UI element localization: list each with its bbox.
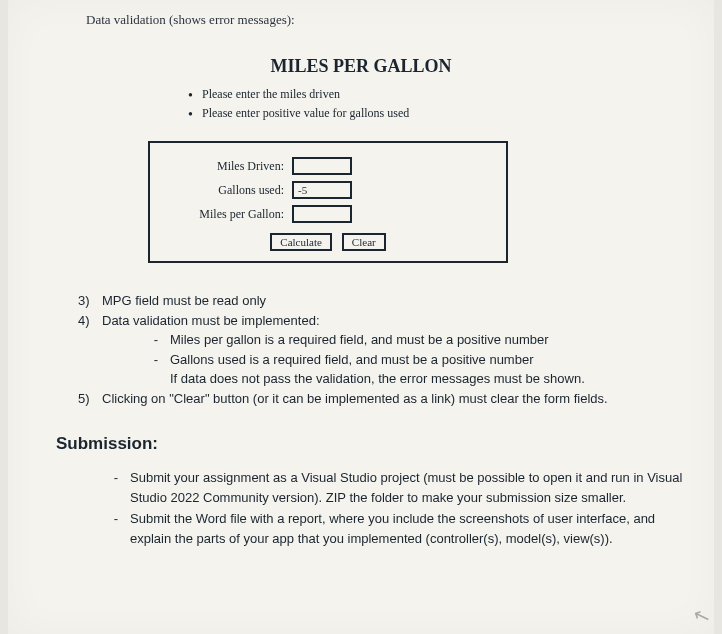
error-item: Please enter positive value for gallons … [188,104,684,123]
error-item: Please enter the miles driven [188,85,684,104]
program-title: MILES PER GALLON [38,56,684,77]
gallons-row: Gallons used: [162,181,494,199]
req-num: 3) [78,291,102,311]
dash-icon: - [142,330,170,350]
mpg-form: Miles Driven: Gallons used: Miles per Ga… [148,141,508,263]
req-item-5: 5) Clicking on "Clear" button (or it can… [78,389,684,409]
error-list: Please enter the miles driven Please ent… [188,85,684,123]
submission-item: - Submit your assignment as a Visual Stu… [102,468,684,507]
sub-item: If data does not pass the validation, th… [142,369,684,389]
miles-label: Miles Driven: [162,159,292,174]
sub-item: - Gallons used is a required field, and … [142,350,684,370]
req-num: 4) [78,311,102,331]
dash-icon [142,369,170,389]
dash-icon: - [102,509,130,548]
gallons-label: Gallons used: [162,183,292,198]
req-text: Clicking on "Clear" button (or it can be… [102,389,684,409]
req-item-3: 3) MPG field must be read only [78,291,684,311]
top-caption: Data validation (shows error messages): [86,12,684,28]
miles-row: Miles Driven: [162,157,494,175]
req-text: MPG field must be read only [102,291,684,311]
req-item-4: 4) Data validation must be implemented: [78,311,684,331]
req-text: Data validation must be implemented: [102,311,684,331]
mpg-label: Miles per Gallon: [162,207,292,222]
sub-text: If data does not pass the validation, th… [170,369,585,389]
sub-text: Gallons used is a required field, and mu… [170,350,533,370]
clear-button[interactable]: Clear [342,233,386,251]
dash-icon: - [102,468,130,507]
sub-item: - Miles per gallon is a required field, … [142,330,684,350]
req-num: 5) [78,389,102,409]
button-row: Calculate Clear [162,233,494,251]
dash-icon: - [142,350,170,370]
gallons-input[interactable] [292,181,352,199]
submission-text: Submit your assignment as a Visual Studi… [130,468,684,507]
document-page: Data validation (shows error messages): … [8,0,714,634]
mpg-input [292,205,352,223]
submission-text: Submit the Word file with a report, wher… [130,509,684,548]
calculate-button[interactable]: Calculate [270,233,332,251]
submission-list: - Submit your assignment as a Visual Stu… [102,468,684,548]
sub-text: Miles per gallon is a required field, an… [170,330,549,350]
mpg-row: Miles per Gallon: [162,205,494,223]
requirements-list: 3) MPG field must be read only 4) Data v… [78,291,684,408]
submission-item: - Submit the Word file with a report, wh… [102,509,684,548]
submission-heading: Submission: [56,434,684,454]
req-4-sublist: - Miles per gallon is a required field, … [142,330,684,389]
miles-input[interactable] [292,157,352,175]
